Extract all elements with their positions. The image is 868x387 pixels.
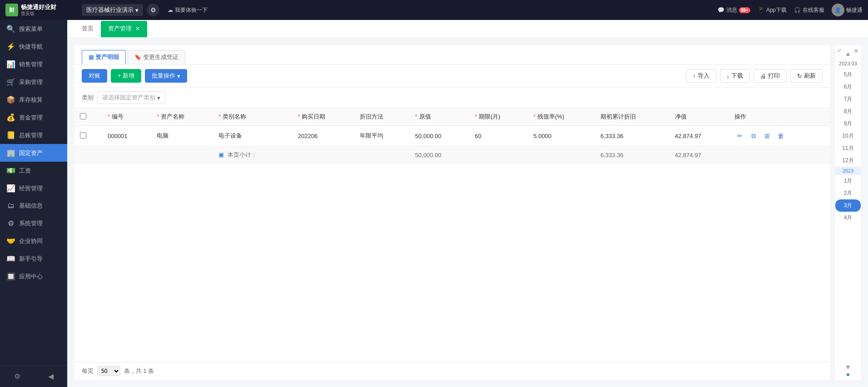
sidebar-item-quick-nav[interactable]: ⚡ 快捷导航	[0, 38, 67, 55]
cloud-icon: ☁	[168, 7, 173, 13]
sidebar-label-enterprise: 企业协同	[19, 237, 43, 245]
timeline-month-2[interactable]: 2月	[835, 187, 861, 199]
th-category: 类别名称	[213, 108, 292, 126]
sidebar-item-business[interactable]: 📈 经营管理	[0, 179, 67, 197]
sidebar-item-purchase[interactable]: 🛒 采购管理	[0, 73, 67, 91]
top-bar: 财 畅捷通好业财 普及版 医疗器械行业演示 ▾ ⚙ ☁ 我要体验一下 💬 消息 …	[0, 0, 868, 20]
new-button[interactable]: + 新增	[111, 69, 141, 83]
timeline-month-12[interactable]: 12月	[835, 154, 861, 167]
subtotal-spacer-5	[354, 146, 410, 164]
row-checkbox[interactable]	[80, 132, 86, 139]
sub-tab-voucher-icon: 🔖	[134, 54, 141, 60]
tab-home[interactable]: 首页	[74, 21, 101, 37]
td-net-value: 42,874.97	[670, 126, 729, 146]
timeline-month-8[interactable]: 8月	[835, 105, 861, 118]
category-label: 类别	[82, 94, 94, 102]
per-page-select[interactable]: 50 100 200	[97, 366, 120, 376]
sidebar-item-system[interactable]: ⚙ 系统管理	[0, 214, 67, 232]
timeline-month-4[interactable]: 4月	[835, 212, 861, 224]
timeline-month-5[interactable]: 5月	[835, 69, 861, 81]
settings-bottom-icon[interactable]: ⚙	[11, 369, 23, 383]
sidebar-item-search[interactable]: 🔍 搜索菜单	[0, 20, 67, 38]
batch-chevron-icon: ▾	[177, 73, 180, 79]
sidebar-label-inventory: 库存核算	[19, 96, 43, 104]
timeline-month-7[interactable]: 7月	[835, 93, 861, 105]
timeline-close-icon[interactable]: ✕	[853, 47, 859, 55]
chevron-down-icon: ▾	[135, 7, 139, 14]
timeline-month-6[interactable]: 6月	[835, 81, 861, 93]
sidebar-item-payroll[interactable]: 💵 工资	[0, 162, 67, 179]
table-wrapper: 编号 资产名称 类别名称 购买日期 折旧方法 原值 期限(月) 残值率(%) 期…	[74, 108, 830, 362]
timeline-month-1[interactable]: 1月	[835, 175, 861, 187]
timeline-down-icon[interactable]: ▼	[843, 362, 853, 372]
sidebar-item-guide[interactable]: 📖 新手引导	[0, 250, 67, 268]
sidebar-item-capital[interactable]: 💰 资金管理	[0, 109, 67, 126]
sidebar-bottom: ⚙ ◀	[0, 365, 67, 387]
category-filter-select[interactable]: 请选择固定资产类别 ▾	[97, 91, 165, 104]
sub-tab-detail-label: 资产明细	[95, 53, 119, 61]
subtotal-spacer-2	[102, 146, 151, 164]
batch-ops-button[interactable]: 批量操作 ▾	[145, 69, 187, 83]
subtotal-label-cell: ▣ 本页小计：	[213, 146, 292, 164]
timeline-up-icon[interactable]: ▲	[843, 48, 853, 59]
th-purchase-date: 购买日期	[293, 108, 354, 126]
timeline-month-10[interactable]: 10月	[835, 130, 861, 142]
message-button[interactable]: 💬 消息 99+	[718, 6, 750, 14]
import-button[interactable]: ↑ 导入	[686, 69, 716, 83]
subtotal-original-value: 50,000.00	[410, 146, 469, 164]
table-header-row: 编号 资产名称 类别名称 购买日期 折旧方法 原值 期限(月) 残值率(%) 期…	[74, 108, 830, 126]
business-icon: 📈	[6, 184, 15, 193]
sub-tab-detail-icon: ▤	[89, 54, 94, 60]
right-panel: ▲ 2023.03 ✕ ⤢ 5月 6月 7月 8月 9月 10月 11月 12月…	[835, 45, 861, 380]
tab-asset-mgmt-label: 资产管理	[108, 25, 132, 33]
print-button[interactable]: 🖨 打印	[754, 69, 787, 83]
refresh-button[interactable]: ↻ 刷新	[790, 69, 823, 83]
sidebar-label-capital: 资金管理	[19, 114, 43, 122]
sidebar-item-fixed-assets[interactable]: 🏢 固定资产	[0, 144, 67, 162]
capital-icon: 💰	[6, 113, 15, 122]
timeline-month-3-active[interactable]: 3月	[835, 199, 861, 212]
online-service-button[interactable]: 🎧 在线客服	[794, 6, 824, 14]
td-code: 000001	[102, 126, 151, 146]
app-download-button[interactable]: 📱 App下载	[758, 6, 787, 14]
timeline-expand-icon[interactable]: ⤢	[837, 47, 842, 54]
subtotal-spacer-3	[151, 146, 213, 164]
th-net-value: 净值	[670, 108, 729, 126]
table-row: 000001 电脑 电子设备 202206 年限平均 50,000.00 60 …	[74, 126, 830, 146]
th-code: 编号	[102, 108, 151, 126]
sidebar-item-app-center[interactable]: 🔲 应用中心	[0, 268, 67, 285]
timeline-month-11[interactable]: 11月	[835, 142, 861, 154]
refresh-icon: ↻	[797, 73, 802, 79]
sidebar-item-sales[interactable]: 📊 销售管理	[0, 55, 67, 73]
more-row-button[interactable]: ⊞	[762, 130, 773, 141]
fixed-assets-icon: 🏢	[6, 149, 15, 157]
sidebar-item-inventory[interactable]: 📦 库存核算	[0, 91, 67, 109]
subtotal-spacer-6	[469, 146, 528, 164]
sub-tab-change-voucher[interactable]: 🔖 变更生成凭证	[128, 50, 185, 64]
avatar-icon: 👤	[832, 4, 844, 16]
th-name: 资产名称	[151, 108, 213, 126]
system-icon: ⚙	[6, 219, 15, 228]
copy-row-button[interactable]: ⧉	[748, 130, 759, 141]
tab-asset-mgmt[interactable]: 资产管理 ✕	[101, 21, 147, 37]
sub-tab-asset-detail[interactable]: ▤ 资产明细	[82, 50, 126, 64]
edit-row-button[interactable]: ✏	[734, 130, 745, 141]
sidebar-label-basic-info: 基础信息	[19, 202, 43, 210]
delete-row-button[interactable]: 🗑	[775, 130, 786, 141]
user-avatar[interactable]: 👤 畅捷通	[832, 4, 863, 16]
experience-button[interactable]: ☁ 我要体验一下	[168, 6, 208, 14]
reconcile-button[interactable]: 对账	[82, 69, 107, 83]
select-all-checkbox[interactable]	[80, 113, 86, 119]
company-selector[interactable]: 医疗器械行业演示 ▾	[82, 4, 143, 16]
sidebar-item-ledger[interactable]: 📒 总账管理	[0, 126, 67, 144]
sidebar-label-ledger: 总账管理	[19, 131, 43, 139]
timeline-month-9[interactable]: 9月	[835, 118, 861, 130]
tab-close-icon[interactable]: ✕	[135, 25, 140, 32]
collapse-sidebar-icon[interactable]: ◀	[45, 369, 56, 383]
sidebar-item-basic-info[interactable]: 🗂 基础信息	[0, 197, 67, 214]
settings-icon[interactable]: ⚙	[147, 4, 159, 16]
sidebar-item-enterprise[interactable]: 🤝 企业协同	[0, 232, 67, 250]
purchase-icon: 🛒	[6, 78, 15, 86]
search-icon: 🔍	[6, 25, 15, 33]
download-button[interactable]: ↓ 下载	[720, 69, 750, 83]
